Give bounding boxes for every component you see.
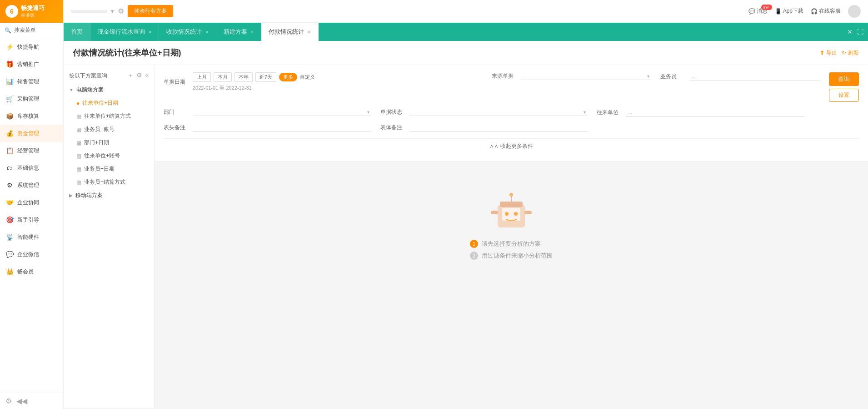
sidebar-item-guide[interactable]: 🎯 新手引导 — [0, 211, 63, 228]
tab-new-scheme[interactable]: 新建方案 × — [216, 23, 261, 41]
sidebar-item-system[interactable]: ⚙ 系统管理 — [0, 177, 63, 194]
source-select[interactable]: ▾ — [521, 73, 651, 80]
date-btn-this-month[interactable]: 本月 — [214, 72, 232, 82]
partner-input[interactable] — [626, 108, 804, 117]
message-icon: 💬 — [748, 8, 755, 15]
date-range-selector: 上月 本月 本年 近7天 更多 自定义 2022-01-01 至 2022-12… — [193, 72, 379, 91]
sidebar-item-inventory[interactable]: 📦 库存核算 — [0, 107, 63, 125]
dept-label: 部门 — [164, 108, 189, 116]
tab-new-scheme-close[interactable]: × — [251, 29, 254, 35]
staff-input[interactable] — [689, 72, 820, 81]
scheme-item-dept-date[interactable]: ▦ 部门+日期 — [64, 136, 154, 149]
topbar-right: 💬 消息 99+ 📱 App下载 🎧 在线客服 — [748, 5, 861, 18]
logo-icon: 6 — [5, 5, 18, 18]
tab-cash-flow[interactable]: 现金银行流水查询 × — [90, 23, 159, 41]
doc-status-select[interactable]: ▾ — [409, 109, 588, 116]
date-btn-last-month[interactable]: 上月 — [193, 72, 211, 82]
left-panel-header: 按以下方案查询 ＋ ⚙ « — [64, 70, 154, 83]
tab-close-all-btn[interactable]: ✕ — [847, 28, 853, 35]
tab-payment-stats[interactable]: 付款情况统计 × — [261, 23, 318, 41]
trial-btn[interactable]: 体验行业方案 — [128, 5, 173, 17]
date-btn-more[interactable]: 更多 — [279, 73, 297, 81]
scheme-item-label: 业务员+日期 — [84, 165, 115, 173]
sidebar-item-quick-nav[interactable]: ⚡ 快捷导航 — [0, 38, 63, 56]
svg-point-4 — [514, 212, 518, 216]
action-btns: 查询 设置 — [829, 72, 859, 102]
capital-icon: 💰 — [5, 129, 14, 137]
topbar-settings-icon[interactable]: ⚙ — [118, 7, 124, 15]
app-version: 标准版 — [21, 12, 45, 19]
sidebar-item-label: 库存核算 — [17, 112, 39, 120]
hardware-icon: 📡 — [5, 233, 14, 241]
date-btn-this-year[interactable]: 本年 — [234, 72, 253, 82]
filter-row-2: 部门 ▾ 单据状态 ▾ — [164, 108, 859, 117]
sidebar-item-hardware[interactable]: 📡 智能硬件 — [0, 228, 63, 246]
filter-collapse-btn[interactable]: ∧∧ 收起更多条件 — [164, 138, 859, 154]
export-btn[interactable]: ⬆ 导出 — [820, 49, 837, 57]
sidebar-footer: ⚙ ◀◀ — [0, 393, 63, 409]
svg-point-8 — [509, 193, 513, 197]
sidebar-item-purchase[interactable]: 🛒 采购管理 — [0, 90, 63, 107]
settings-btn[interactable]: 设置 — [829, 89, 859, 102]
tab-receipt-stats[interactable]: 收款情况统计 × — [159, 23, 216, 41]
scheme-item-unit-payment[interactable]: ▦ 往来单位+结算方式 — [64, 110, 154, 123]
user-avatar[interactable] — [848, 5, 861, 18]
doc-status-label: 单据状态 — [380, 108, 406, 116]
scheme-group-pc-title[interactable]: ▼ 电脑端方案 — [64, 83, 154, 96]
tab-actions: ✕ ⛶ — [843, 23, 868, 41]
footer-collapse-icon[interactable]: ◀◀ — [16, 397, 27, 405]
service-btn[interactable]: 🎧 在线客服 — [811, 7, 841, 15]
sidebar-item-enterprise[interactable]: 🤝 企业协同 — [0, 194, 63, 211]
tab-maximize-btn[interactable]: ⛶ — [857, 28, 863, 35]
scheme-item-staff-date[interactable]: ▦ 业务员+日期 — [64, 162, 154, 176]
sidebar-item-operations[interactable]: 📋 经营管理 — [0, 142, 63, 159]
sidebar-search[interactable]: 🔍 搜索菜单 — [0, 23, 63, 38]
scheme-item-unit-account[interactable]: ▤ 往来单位+账号 — [64, 149, 154, 162]
sidebar-item-marketing[interactable]: 🎁 营销推广 — [0, 56, 63, 73]
refresh-btn[interactable]: ↻ 刷新 — [842, 49, 859, 57]
operations-icon: 📋 — [5, 146, 14, 155]
sidebar-item-basic[interactable]: 🗂 基础信息 — [0, 159, 63, 177]
message-btn[interactable]: 💬 消息 99+ — [748, 7, 768, 15]
footer-settings-icon[interactable]: ⚙ — [5, 397, 12, 405]
filter-area: 单据日期 上月 本月 本年 近7天 更多 自定义 2022-01-01 至 20… — [155, 65, 868, 162]
topbar-dropdown-icon[interactable]: ▾ — [111, 8, 114, 15]
tab-payment-stats-close[interactable]: × — [308, 29, 310, 35]
right-panel: 单据日期 上月 本月 本年 近7天 更多 自定义 2022-01-01 至 20… — [155, 65, 868, 408]
wechat-icon: 💬 — [5, 250, 14, 258]
search-label: 搜索菜单 — [14, 26, 36, 34]
member-icon: 👑 — [5, 268, 14, 276]
export-icon: ⬆ — [820, 50, 824, 56]
filter-row-3: 表头备注 表体备注 — [164, 123, 859, 132]
body-note-input[interactable] — [409, 123, 588, 132]
scheme-group-pc-label: 电脑端方案 — [76, 86, 104, 94]
date-label: 单据日期 — [164, 78, 189, 86]
scheme-group-mobile-title[interactable]: ▶ 移动端方案 — [64, 189, 154, 202]
service-icon: 🎧 — [811, 8, 818, 15]
sidebar-item-wechat[interactable]: 💬 企业微信 — [0, 246, 63, 263]
collapse-icon: ∧∧ — [489, 143, 499, 149]
sidebar-item-sales[interactable]: 📊 销售管理 — [0, 73, 63, 90]
dept-select[interactable]: ▾ — [193, 109, 371, 116]
panel-add-btn[interactable]: ＋ — [127, 71, 134, 80]
panel-settings-btn[interactable]: ⚙ — [136, 71, 142, 80]
tab-cash-flow-close[interactable]: × — [149, 29, 151, 35]
query-btn[interactable]: 查询 — [829, 72, 859, 86]
scheme-item-staff-account[interactable]: ▦ 业务员+账号 — [64, 123, 154, 136]
system-icon: ⚙ — [5, 181, 14, 189]
guide-icon: 🎯 — [5, 216, 14, 224]
sidebar-item-capital[interactable]: 💰 资金管理 — [0, 125, 63, 142]
date-btn-7days[interactable]: 近7天 — [255, 72, 276, 82]
app-download-btn[interactable]: 📱 App下载 — [775, 7, 803, 15]
scheme-item-staff-payment[interactable]: ▦ 业务员+结算方式 — [64, 176, 154, 189]
scheme-group-mobile: ▶ 移动端方案 — [64, 189, 154, 202]
tab-home[interactable]: 首页 — [64, 23, 90, 41]
tab-receipt-stats-close[interactable]: × — [205, 29, 208, 35]
service-label: 在线客服 — [819, 7, 841, 15]
header-note-input[interactable] — [193, 123, 371, 132]
sidebar-header: 6 畅捷通巧 标准版 — [0, 0, 63, 23]
sidebar-item-member[interactable]: 👑 畅会员 — [0, 263, 63, 280]
topbar: ▾ ⚙ 体验行业方案 💬 消息 99+ 📱 App下载 🎧 在线客服 — [64, 0, 868, 23]
scheme-item-unit-date[interactable]: ● 往来单位+日期 — [64, 96, 154, 110]
panel-collapse-btn[interactable]: « — [145, 71, 149, 80]
